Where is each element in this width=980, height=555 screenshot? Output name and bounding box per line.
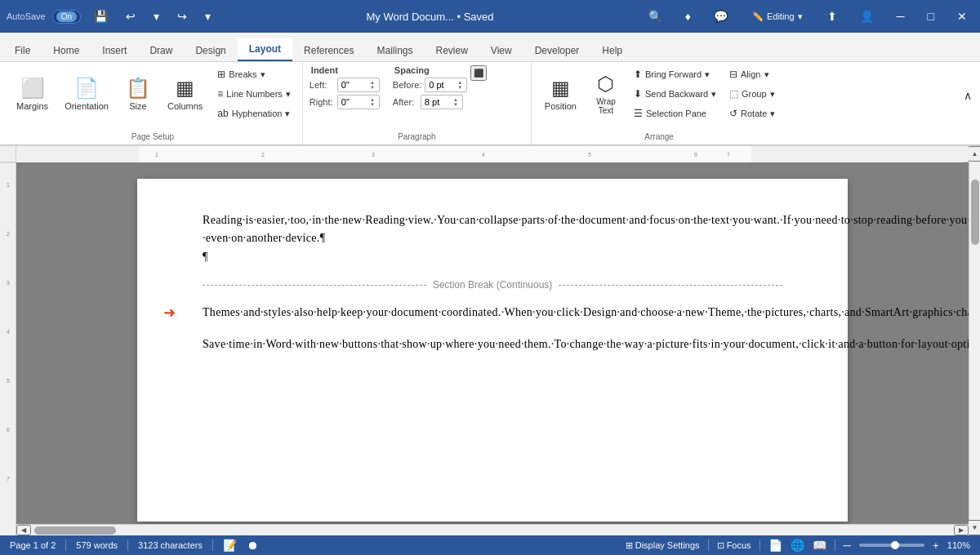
tab-view[interactable]: View [479, 40, 523, 61]
align-button[interactable]: ⊟ Align ▾ [724, 65, 780, 83]
orientation-icon: 📄 [74, 77, 99, 100]
restore-btn[interactable]: □ [921, 7, 941, 26]
char-count[interactable]: 3123 characters [138, 540, 203, 550]
proofing-btn[interactable]: 📝 [223, 539, 237, 552]
editing-button[interactable]: ✏️ Editing ▾ [744, 9, 811, 24]
avatar-btn[interactable]: 👤 [853, 7, 880, 26]
zoom-thumb [891, 541, 899, 549]
tab-review[interactable]: Review [424, 40, 479, 61]
spacing-label: Spacing [393, 65, 467, 75]
save-icon-btn[interactable]: 💾 [87, 7, 114, 26]
zoom-in-btn[interactable]: + [933, 539, 939, 552]
word-count[interactable]: 579 words [76, 540, 118, 550]
indent-right-spinners[interactable]: ▲ ▼ [369, 97, 376, 107]
wrap-text-button[interactable]: ⬡ Wrap Text [586, 65, 626, 122]
send-backward-button[interactable]: ⬇ Send Backward ▾ [629, 85, 721, 103]
margins-button[interactable]: ⬜ Margins [10, 65, 55, 122]
tab-insert[interactable]: Insert [91, 40, 138, 61]
tab-layout[interactable]: Layout [238, 38, 292, 61]
scroll-up-btn[interactable]: ▲ [968, 146, 980, 162]
customize-btn[interactable]: ▾ [198, 7, 217, 26]
spacing-after-spinners[interactable]: ▲ ▼ [452, 97, 459, 107]
h-scroll-track[interactable] [31, 526, 954, 535]
bring-forward-button[interactable]: ⬆ Bring Forward ▾ [629, 65, 721, 83]
close-btn[interactable]: ✕ [951, 7, 973, 26]
spacing-before-down[interactable]: ▼ [457, 85, 463, 90]
indent-right-down[interactable]: ▼ [369, 102, 376, 107]
v-scroll-thumb[interactable] [971, 180, 979, 245]
share-btn[interactable]: ⬆ [821, 7, 844, 26]
indent-left-down[interactable]: ▼ [369, 85, 376, 90]
tab-mailings[interactable]: Mailings [365, 40, 424, 61]
editing-label: Editing [767, 11, 795, 21]
view-normal-btn[interactable]: 📄 [768, 539, 782, 552]
paragraph-expand-btn[interactable]: ⬛ [470, 65, 487, 81]
indent-left-input[interactable]: 0" ▲ ▼ [337, 78, 380, 92]
horizontal-scrollbar[interactable]: ◀ ▶ [16, 524, 969, 535]
zoom-slider[interactable] [859, 544, 924, 547]
view-web-btn[interactable]: 🌐 [791, 539, 804, 552]
savetime-paragraph-text[interactable]: Save·time·in·Word·with·new·buttons·that·… [203, 335, 782, 353]
spacing-after-down[interactable]: ▼ [452, 102, 459, 107]
breaks-button[interactable]: ⊞ Breaks ▾ [212, 65, 296, 83]
rotate-button[interactable]: ↺ Rotate ▾ [724, 104, 780, 122]
ruler-corner [0, 146, 16, 162]
tab-file[interactable]: File [3, 40, 42, 61]
doc-title: My Word Docum... • Saved [218, 11, 642, 23]
status-sep-3 [212, 539, 213, 551]
svg-text:5: 5 [588, 152, 591, 158]
tab-developer[interactable]: Developer [523, 40, 591, 61]
orientation-button[interactable]: 📄 Orientation [58, 65, 115, 122]
hyphenation-button[interactable]: ab Hyphenation ▾ [212, 104, 296, 122]
scroll-down-btn[interactable]: ▼ [968, 520, 980, 535]
hyphenation-label: Hyphenation [232, 109, 283, 118]
size-button[interactable]: 📋 Size [118, 65, 158, 122]
v-scroll-track[interactable] [971, 163, 979, 518]
selection-pane-button[interactable]: ☰ Selection Pane [629, 104, 721, 122]
spacing-before-input[interactable]: 0 pt ▲ ▼ [425, 78, 467, 92]
macro-btn[interactable]: ⏺ [247, 539, 258, 552]
group-button[interactable]: ⬚ Group ▾ [724, 85, 780, 103]
scroll-right-btn[interactable]: ▶ [954, 525, 969, 535]
tab-help[interactable]: Help [590, 40, 634, 61]
tab-design[interactable]: Design [184, 40, 237, 61]
tab-home[interactable]: Home [42, 40, 91, 61]
indent-left-label: Left: [310, 80, 334, 90]
minimize-btn[interactable]: ─ [890, 7, 911, 26]
scroll-left-btn[interactable]: ◀ [16, 525, 31, 535]
themes-paragraph-text[interactable]: Themes·and·styles·also·help·keep·your·do… [203, 304, 782, 322]
paragraph-themes: ➜ Themes·and·styles·also·help·keep·your·… [203, 304, 782, 322]
position-button[interactable]: ▦ Position [538, 65, 583, 122]
selection-pane-label: Selection Pane [646, 109, 706, 118]
indent-left-spinners[interactable]: ▲ ▼ [369, 80, 376, 90]
title-bar: AutoSave On 💾 ↩ ▾ ↪ ▾ My Word Docum... •… [0, 0, 980, 33]
spacing-after-input[interactable]: 8 pt ▲ ▼ [421, 95, 463, 109]
page-scroll-container[interactable]: Reading·is·easier,·too,·in·the·new·Readi… [16, 162, 969, 524]
editing-icon: ✏️ [752, 11, 764, 22]
undo-btn[interactable]: ↩ [119, 7, 142, 26]
status-right: ⊞ Display Settings ⊡ Focus 📄 🌐 📖 ─ + 110… [626, 539, 970, 552]
editing-dropdown: ▾ [798, 11, 803, 22]
view-read-btn[interactable]: 📖 [813, 539, 826, 552]
columns-button[interactable]: ▦ Columns [161, 65, 209, 122]
line-numbers-button[interactable]: ≡ Line Numbers ▾ [212, 85, 296, 103]
focus-btn[interactable]: ⊡ Focus [717, 540, 751, 551]
h-scroll-thumb[interactable] [34, 526, 116, 535]
autosave-toggle[interactable]: On [52, 10, 81, 24]
redo-btn[interactable]: ↪ [171, 7, 194, 26]
collapse-ribbon-btn[interactable]: ∧ [959, 87, 977, 104]
quick-access-toolbar: 💾 ↩ ▾ ↪ ▾ [87, 7, 217, 26]
display-settings-btn[interactable]: ⊞ Display Settings [626, 540, 700, 551]
tab-draw[interactable]: Draw [138, 40, 184, 61]
undo-dropdown[interactable]: ▾ [147, 7, 166, 26]
spacing-before-spinners[interactable]: ▲ ▼ [457, 80, 463, 90]
tab-references[interactable]: References [292, 40, 365, 61]
search-btn[interactable]: 🔍 [642, 7, 669, 26]
zoom-out-btn[interactable]: ─ [844, 539, 851, 552]
page-indicator[interactable]: Page 1 of 2 [10, 540, 56, 550]
comment-btn[interactable]: 💬 [707, 7, 734, 26]
indent-right-input[interactable]: 0" ▲ ▼ [337, 95, 380, 109]
ribbon-icon-btn[interactable]: ♦ [679, 7, 697, 26]
zoom-level[interactable]: 110% [947, 540, 970, 550]
vertical-scrollbar[interactable]: ▲ ▼ [969, 146, 980, 535]
